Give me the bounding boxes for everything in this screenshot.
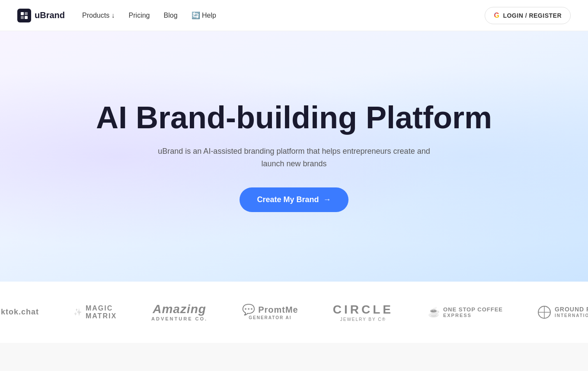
hero-title: AI Brand-building Platform	[96, 101, 492, 135]
brand-logo-circle: CIRCLE JEWELRY BY C®	[333, 302, 393, 322]
logo[interactable]: uBrand	[17, 9, 65, 22]
nav-right: G LOGIN / REGISTER	[485, 7, 571, 24]
create-brand-button[interactable]: Create My Brand →	[240, 187, 348, 212]
nav-left: uBrand Products ↓ Pricing Blog 🔄 Help	[17, 9, 216, 22]
brand-logo-promptme: 💬 PromtMe GENERATOR AI	[242, 304, 298, 320]
bottom-section: Start with logo & build a stunning brand…	[0, 343, 588, 371]
logo-text: uBrand	[35, 10, 65, 20]
help-icon: 🔄	[192, 12, 200, 19]
svg-rect-3	[25, 16, 28, 19]
nav-help[interactable]: 🔄 Help	[192, 11, 216, 19]
google-icon: G	[494, 12, 499, 19]
sparkle-icon: ✨	[74, 308, 83, 316]
groundforce-emblem	[537, 305, 551, 319]
brand-logo-magic-matrix: ✨ MAGIC MATRIX	[74, 304, 117, 320]
nav-links: Products ↓ Pricing Blog 🔄 Help	[82, 11, 216, 19]
svg-rect-2	[21, 16, 24, 19]
navbar: uBrand Products ↓ Pricing Blog 🔄 Help G …	[0, 0, 588, 31]
hero-section: AI Brand-building Platform uBrand is an …	[0, 31, 588, 282]
arrow-icon: →	[323, 195, 331, 204]
logos-section: 💬 tiktok.chat ✨ MAGIC MATRIX Amazing ADV…	[0, 282, 588, 343]
brand-logo-groundforce: GROUND FORCE INTERNATIONAL	[537, 305, 588, 319]
svg-rect-1	[25, 12, 28, 15]
nav-products[interactable]: Products ↓	[82, 12, 115, 19]
nav-blog[interactable]: Blog	[164, 12, 178, 19]
coffee-icon: ☕	[428, 307, 441, 318]
logo-icon	[17, 9, 31, 22]
brand-logo-coffee: ☕ ONE STOP COFFEE EXPRESS	[428, 307, 503, 318]
svg-rect-0	[21, 12, 24, 15]
hero-subtitle: uBrand is an AI-assisted branding platfo…	[147, 145, 441, 170]
nav-pricing[interactable]: Pricing	[129, 12, 150, 19]
logos-row: 💬 tiktok.chat ✨ MAGIC MATRIX Amazing ADV…	[0, 302, 588, 322]
brand-logo-amazing: Amazing ADVENTURE CO.	[151, 303, 208, 321]
prompt-icon: 💬	[242, 304, 256, 315]
brand-logo-tiktok: 💬 tiktok.chat	[0, 305, 39, 319]
login-button[interactable]: G LOGIN / REGISTER	[485, 7, 571, 24]
